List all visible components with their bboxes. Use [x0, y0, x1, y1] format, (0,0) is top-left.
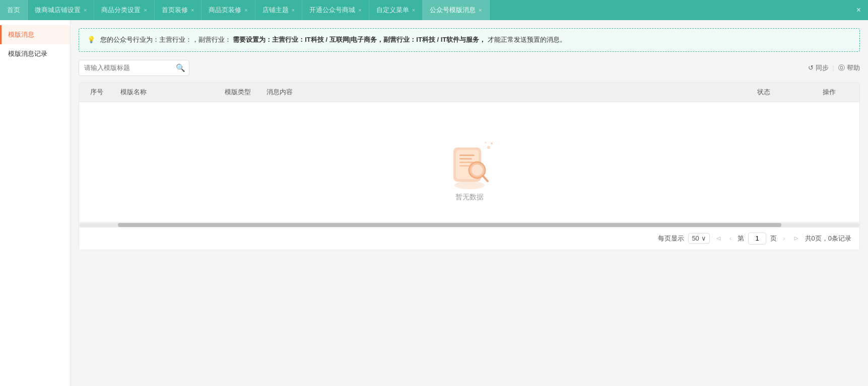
sidebar-item-template-msg-log[interactable]: 模版消息记录	[0, 44, 70, 63]
tab-product-category-label: 商品分类设置	[101, 6, 141, 15]
close-shop-settings-icon[interactable]: ×	[84, 8, 87, 13]
th-status: 状态	[728, 83, 799, 102]
close-homepage-decor-icon[interactable]: ×	[191, 8, 194, 13]
sync-label: 同步	[816, 63, 829, 72]
prev-page-button[interactable]: ‹	[727, 234, 733, 243]
toolbar-right: ↺ 同步 | ⓪ 帮助	[808, 63, 860, 72]
scrollbar-thumb[interactable]	[118, 223, 781, 227]
sidebar-item-template-msg-log-label: 模版消息记录	[8, 50, 47, 57]
top-nav: 首页 微商城店铺设置 × 商品分类设置 × 首页装修 × 商品页装修 × 店铺主…	[0, 0, 868, 20]
svg-rect-5	[459, 162, 474, 163]
close-product-page-decor-icon[interactable]: ×	[244, 8, 247, 13]
tab-custom-menu[interactable]: 自定义菜单 ×	[369, 0, 423, 20]
close-open-wechat-icon[interactable]: ×	[358, 8, 361, 13]
content-area: 💡 您的公众号行业为：主营行业：，副营行业： 需要设置为：主营行业：IT科技 /…	[71, 20, 868, 386]
tab-product-page-decor-label: 商品页装修	[209, 6, 241, 15]
tab-home-label: 首页	[7, 6, 20, 15]
th-content: 消息内容	[260, 83, 728, 102]
close-all-button[interactable]: ×	[849, 6, 868, 15]
svg-point-10	[487, 146, 490, 149]
tab-open-wechat[interactable]: 开通公众号商城 ×	[302, 0, 369, 20]
sidebar-item-template-msg-label: 模版消息	[8, 31, 34, 38]
tab-open-wechat-label: 开通公众号商城	[309, 6, 355, 15]
th-action: 操作	[799, 83, 859, 102]
pagination: 每页显示 50 ∨ ⊲ ‹ 第 页 › ⊳ 共0页，0条记录	[79, 227, 859, 250]
help-label: 帮助	[847, 63, 860, 72]
close-template-msg-icon[interactable]: ×	[479, 8, 482, 13]
tab-product-page-decor[interactable]: 商品页装修 ×	[202, 0, 255, 20]
empty-illustration	[439, 132, 500, 193]
tab-homepage-decor-label: 首页装修	[162, 6, 188, 15]
toolbar-divider: |	[833, 64, 834, 71]
notice-highlight: 需要设置为：主营行业：IT科技 / 互联网|电子商务，副营行业：IT科技 / I…	[233, 36, 486, 43]
page-size-select[interactable]: 50 ∨	[688, 233, 709, 244]
page-size-dropdown-icon: ∨	[701, 235, 706, 242]
empty-text: 暂无数据	[455, 193, 484, 202]
svg-rect-4	[459, 158, 472, 160]
page-number-input[interactable]	[748, 233, 766, 245]
tab-product-category[interactable]: 商品分类设置 ×	[94, 0, 154, 20]
svg-point-12	[485, 141, 487, 143]
th-name: 模版名称	[114, 83, 215, 102]
last-page-button[interactable]: ⊳	[791, 234, 801, 243]
svg-point-8	[472, 165, 483, 176]
tab-shop-theme-label: 店铺主题	[262, 6, 289, 15]
tab-shop-theme[interactable]: 店铺主题 ×	[255, 0, 302, 20]
close-product-category-icon[interactable]: ×	[144, 8, 147, 13]
tab-template-msg-label: 公众号模版消息	[430, 6, 476, 15]
svg-line-9	[483, 176, 488, 181]
page-label-suffix: 页	[770, 234, 777, 243]
page-size-value: 50	[692, 235, 699, 242]
notice-banner: 💡 您的公众号行业为：主营行业：，副营行业： 需要设置为：主营行业：IT科技 /…	[79, 28, 860, 52]
notice-suffix: 才能正常发送预置的消息。	[488, 36, 566, 43]
main-layout: 模版消息 模版消息记录 💡 您的公众号行业为：主营行业：，副营行业： 需要设置为…	[0, 20, 868, 386]
svg-rect-3	[459, 155, 475, 156]
sync-icon: ↺	[808, 64, 814, 71]
page-label-prefix: 第	[738, 234, 744, 243]
next-page-button[interactable]: ›	[781, 234, 787, 243]
search-input-wrap: 🔍	[79, 60, 189, 76]
bulb-icon: 💡	[87, 36, 95, 43]
tab-shop-settings[interactable]: 微商城店铺设置 ×	[28, 0, 94, 20]
empty-state: 暂无数据	[79, 102, 859, 222]
th-seq: 序号	[79, 83, 114, 102]
data-table: 序号 模版名称 模版类型 消息内容 状态 操作	[79, 82, 860, 250]
first-page-button[interactable]: ⊲	[714, 234, 723, 243]
search-icon[interactable]: 🔍	[176, 63, 185, 72]
th-type: 模版类型	[215, 83, 260, 102]
tab-home[interactable]: 首页	[0, 0, 28, 20]
sidebar-item-template-msg[interactable]: 模版消息	[0, 25, 70, 44]
close-custom-menu-icon[interactable]: ×	[412, 8, 415, 13]
sidebar: 模版消息 模版消息记录	[0, 20, 71, 386]
horizontal-scrollbar[interactable]	[79, 222, 859, 227]
svg-point-11	[491, 142, 493, 144]
help-icon: ⓪	[838, 63, 845, 72]
tab-template-msg[interactable]: 公众号模版消息 ×	[423, 0, 489, 20]
page-size-label: 每页显示	[658, 234, 684, 243]
help-button[interactable]: ⓪ 帮助	[838, 63, 860, 72]
notice-prefix: 您的公众号行业为：主营行业：，副营行业：	[100, 36, 231, 43]
tab-shop-settings-label: 微商城店铺设置	[35, 6, 81, 15]
page-total: 共0页，0条记录	[805, 234, 851, 243]
svg-point-0	[454, 181, 485, 189]
search-bar: 🔍 ↺ 同步 | ⓪ 帮助	[79, 60, 860, 76]
table-header: 序号 模版名称 模版类型 消息内容 状态 操作	[79, 83, 859, 102]
scrollbar-track	[79, 223, 859, 227]
svg-rect-6	[459, 165, 470, 167]
close-shop-theme-icon[interactable]: ×	[292, 8, 295, 13]
tab-homepage-decor[interactable]: 首页装修 ×	[155, 0, 202, 20]
tab-custom-menu-label: 自定义菜单	[376, 6, 409, 15]
sync-button[interactable]: ↺ 同步	[808, 63, 829, 72]
search-input[interactable]	[79, 60, 189, 76]
